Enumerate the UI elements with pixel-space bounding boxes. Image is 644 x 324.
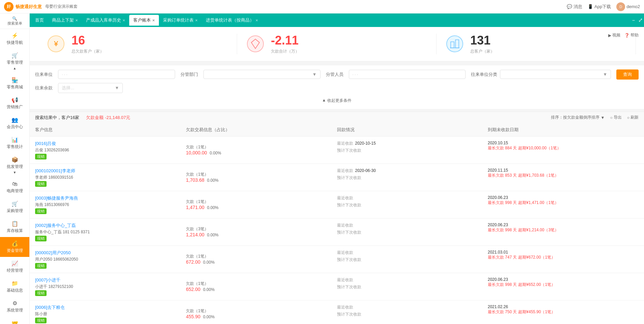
marketing-icon: 📢	[11, 97, 18, 103]
filter-label-person: 分管人员	[326, 71, 346, 78]
tag-0: 现销	[35, 154, 47, 159]
members-icon: 👥	[11, 117, 18, 123]
user-menu[interactable]: D demo2	[616, 2, 640, 11]
tag-1: 现销	[35, 181, 47, 187]
tab-purchase-order[interactable]: 采购订单统计表 ✕	[159, 15, 202, 26]
stat-card-total-customers: 131 总客户（家）	[437, 34, 636, 54]
help-btn[interactable]: ❓ 帮助	[624, 32, 639, 38]
overdue-link-1[interactable]: 超期¥1,703.68（1笔）	[518, 173, 559, 178]
sidebar: 🔍 搜索菜单 ⚡ 快捷导航 🛒 零售管理 ▲ 🏪 零售商城 📢 营销推广 �	[0, 13, 30, 324]
filter-select-dept[interactable]: ▼	[203, 70, 320, 79]
customer-name-1[interactable]: [0001020001]李老师	[35, 168, 75, 173]
collection-2: 最近收款 预计下次收款	[337, 195, 488, 214]
customer-info-0: [0016]吕俊 吕俊 13026203696 现销	[35, 141, 186, 159]
customer-name-6[interactable]: [0006]去下粮仓	[35, 305, 65, 310]
sidebar-item-wholesale[interactable]: 📦 批发管理 ▼	[0, 153, 29, 178]
message-btn[interactable]: 💬 消息	[567, 4, 582, 10]
refresh-btn[interactable]: ○ 刷新	[627, 115, 639, 120]
logo-icon: 好	[4, 2, 13, 11]
tab-purchase-stats[interactable]: 进货单统计表（按商品） ✕	[202, 15, 262, 26]
sidebar-item-purchase[interactable]: 🛒 采购管理	[0, 197, 29, 217]
filter-label-dept: 分管部门	[180, 71, 201, 78]
sort-icon: ▼	[601, 115, 605, 120]
tag-6: 现销	[35, 318, 47, 323]
phone-icon: 📱	[588, 4, 593, 9]
filter-input-unit[interactable]: ···	[58, 70, 175, 79]
stat-label-total-customers: 总客户（家）	[470, 49, 495, 54]
stat-icon-building	[445, 34, 465, 54]
overdue-link-6[interactable]: 超期¥455.90（1笔）	[518, 310, 555, 314]
stat-info-total-customers: 131 总客户（家）	[470, 34, 495, 54]
filter-row-1: 往来单位 ··· 分管部门 ▼	[35, 69, 639, 80]
collapse-filter-btn[interactable]: ▲ 收起更多条件	[35, 96, 639, 105]
sidebar-item-basic-info[interactable]: 📁 基础信息	[0, 277, 29, 297]
overdue-link-4[interactable]: 超期¥672.00（1笔）	[518, 255, 555, 260]
filter-input-person[interactable]: ···	[349, 70, 466, 79]
app-download-btn[interactable]: 📱 App下载	[588, 4, 611, 10]
filter-section: 往来单位 ··· 分管部门 ▼	[30, 65, 644, 109]
sidebar-item-retail-mgmt[interactable]: 🛒 零售管理 ▲	[0, 49, 29, 73]
chevron-down-icon: ▼	[13, 171, 17, 174]
sidebar-item-enterprise[interactable]: 🤝 企业协同	[0, 317, 29, 324]
stat-value-total-customers: 131	[470, 34, 495, 47]
sidebar-item-members[interactable]: 👥 会员中心	[0, 113, 29, 133]
customer-name-2[interactable]: [0003]畅捷服务尹海燕	[35, 196, 78, 201]
overdue-5: 2020.06.23 最长欠款 998 天 超期¥652.00（1笔）	[488, 277, 639, 296]
sidebar-item-inventory[interactable]: 📋 库存核算	[0, 217, 29, 237]
filter-item-unit: 往来单位 ···	[35, 70, 175, 79]
sidebar-item-finance[interactable]: 💰 资金管理	[0, 237, 29, 257]
tab-customer-ledger[interactable]: 客户账本 ✕	[129, 15, 159, 26]
tab-inventory[interactable]: 产成品入库单历史 ✕	[82, 15, 129, 26]
top-bar-left: 好 畅捷通好生意 母婴行业演示账套	[4, 2, 78, 11]
tab-products[interactable]: 商品上下架 ✕	[48, 15, 82, 26]
overdue-link-2[interactable]: 超期¥1,471.00（1笔）	[518, 200, 559, 205]
sidebar-item-marketing[interactable]: 📢 营销推广	[0, 93, 29, 113]
tab-home[interactable]: 首页	[31, 15, 48, 26]
operations-icon: 📈	[11, 260, 18, 267]
sidebar-item-quicknav[interactable]: ⚡ 快捷导航	[0, 29, 29, 49]
search-button[interactable]: 查询	[616, 69, 639, 80]
debt-info-3: 欠款（3笔） 1,214.000.00%	[186, 223, 337, 241]
sidebar-item-retail-mall[interactable]: 🏪 零售商城	[0, 73, 29, 93]
close-tab-stats[interactable]: ✕	[255, 19, 258, 22]
customer-name-0[interactable]: [0016]吕俊	[35, 141, 56, 146]
retail-stats-icon: 📊	[11, 137, 18, 143]
stat-icon-money: ¥	[46, 34, 66, 54]
close-tab-inventory[interactable]: ✕	[122, 19, 125, 22]
filter-select-balance[interactable]: 选择... ▼	[58, 83, 123, 93]
mall-icon: 🏪	[11, 77, 18, 83]
overdue-6: 2021.02.26 最长欠款 750 天 超期¥455.90（1笔）	[488, 304, 639, 323]
refresh-icon: ○	[627, 115, 629, 120]
export-btn[interactable]: ○ 导出	[610, 115, 622, 120]
logo-area: 好 畅捷通好生意	[4, 2, 42, 11]
sidebar-search[interactable]: 🔍 搜索菜单	[0, 13, 29, 29]
customer-name-3[interactable]: [0002]服务中心_丁磊	[35, 223, 76, 228]
overdue-link-5[interactable]: 超期¥652.00（1笔）	[518, 282, 555, 287]
header-customer-info: 客户信息	[35, 127, 186, 133]
close-tab-customer[interactable]: ✕	[152, 19, 155, 22]
stat-value-debt-total: -2.11	[271, 34, 299, 47]
sidebar-item-ecommerce[interactable]: 🛍 电商管理	[0, 178, 29, 197]
customer-name-4[interactable]: [000002]用户2050	[35, 250, 71, 255]
tab-minimize-icon[interactable]: －	[631, 17, 636, 24]
overdue-link-0[interactable]: 超期¥10,000.00（1笔）	[518, 146, 561, 150]
filter-select-category[interactable]: ▼	[500, 70, 611, 79]
video-btn[interactable]: ▶ 视频	[608, 32, 620, 38]
sidebar-item-operations[interactable]: 📈 经营管理	[0, 257, 29, 277]
stat-info-debt-customers: 16 总欠款客户（家）	[72, 34, 104, 54]
stat-label-debt-total: 欠款合计（万）	[271, 49, 299, 54]
close-tab-products[interactable]: ✕	[75, 19, 78, 22]
page-top-actions: ▶ 视频 ❓ 帮助	[608, 32, 639, 38]
debt-info-0: 欠款（1笔） 10,000.000.00%	[186, 141, 337, 159]
debt-info-5: 欠款（1笔） 652.000.00%	[186, 277, 337, 296]
chevron-up-icon: ▲	[13, 66, 17, 70]
sidebar-item-system[interactable]: ⚙ 系统管理	[0, 297, 29, 317]
customer-name-5[interactable]: [0007]小进千	[35, 277, 60, 283]
sidebar-item-retail-stats[interactable]: 📊 零售统计	[0, 133, 29, 153]
overdue-link-3[interactable]: 超期¥1,214.00（3笔）	[518, 228, 559, 232]
header-overdue: 到期未收款日期	[488, 127, 639, 133]
sort-control[interactable]: 排序：按欠款金额倒序排序 ▼	[551, 115, 605, 120]
close-tab-purchase[interactable]: ✕	[195, 19, 198, 22]
tab-maximize-icon[interactable]: ⤢	[638, 17, 643, 24]
top-bar: 好 畅捷通好生意 母婴行业演示账套 💬 消息 📱 App下载 D demo2	[0, 0, 644, 13]
